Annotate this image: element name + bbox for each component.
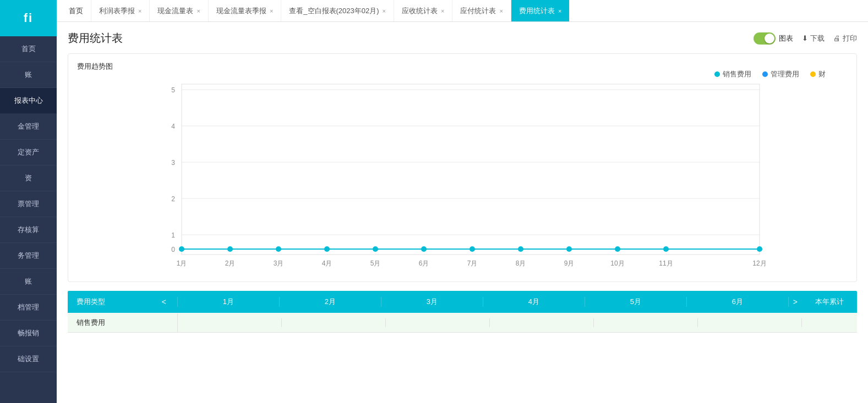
- svg-point-24: [757, 246, 762, 252]
- sidebar-item-reports[interactable]: 报表中心: [0, 88, 57, 114]
- sidebar-item-expense[interactable]: 畅报销: [0, 321, 57, 346]
- print-button[interactable]: 🖨 打印: [833, 34, 857, 43]
- prev-months-arrow[interactable]: <: [160, 297, 168, 306]
- sidebar-logo: fi: [0, 0, 57, 36]
- data-table-section: 费用类型 < 1月 2月 3月 4月 5月 6月 > 本年累计 销售费用: [68, 291, 857, 333]
- sidebar: fi 首页 账 报表中心 金管理 定资产 资 票管理 存核算 务管理 账 档管理…: [0, 0, 57, 403]
- svg-text:3: 3: [171, 159, 175, 167]
- svg-point-17: [373, 246, 378, 252]
- legend-dot-sales: [714, 71, 720, 77]
- svg-point-20: [518, 246, 523, 252]
- svg-text:5月: 5月: [370, 260, 381, 267]
- table-header: 费用类型 < 1月 2月 3月 4月 5月 6月 > 本年累计: [68, 291, 857, 313]
- close-icon[interactable]: ×: [138, 8, 141, 14]
- page-title: 费用统计表: [68, 31, 123, 46]
- sidebar-item-invoice[interactable]: 票管理: [0, 191, 57, 217]
- print-icon: 🖨: [833, 34, 840, 42]
- cell-total: [802, 318, 857, 327]
- chart-toggle[interactable]: [754, 32, 776, 45]
- svg-text:2: 2: [171, 195, 175, 203]
- col-month-2: 2月: [280, 297, 381, 307]
- page-header: 费用统计表 图表 ⬇ 下载 🖨 打印: [68, 31, 857, 46]
- legend-dot-admin: [762, 71, 768, 77]
- svg-text:9月: 9月: [564, 260, 575, 267]
- close-icon[interactable]: ×: [196, 8, 200, 14]
- sidebar-item-home[interactable]: 首页: [0, 36, 57, 62]
- svg-point-13: [179, 246, 184, 252]
- chart-toggle-wrap: 图表: [754, 32, 793, 45]
- col-month-6: 6月: [687, 297, 789, 307]
- cell-mar: [386, 318, 490, 327]
- svg-text:11月: 11月: [659, 260, 673, 267]
- svg-text:3月: 3月: [274, 260, 284, 267]
- sidebar-item-account[interactable]: 账: [0, 62, 57, 88]
- svg-point-16: [324, 246, 330, 252]
- svg-point-14: [227, 246, 233, 252]
- svg-point-19: [470, 246, 475, 252]
- sidebar-item-assets[interactable]: 定资产: [0, 140, 57, 165]
- table-row: 销售费用: [68, 313, 857, 333]
- sidebar-item-ledger[interactable]: 账: [0, 269, 57, 295]
- legend-admin: 管理费用: [762, 69, 799, 79]
- svg-text:7月: 7月: [467, 260, 478, 267]
- svg-point-23: [663, 246, 669, 252]
- download-icon: ⬇: [802, 34, 808, 42]
- cell-jun: [698, 318, 802, 327]
- tab-blank-report[interactable]: 查看_空白报表(2023年02月) ×: [281, 0, 394, 22]
- cell-type: 销售费用: [68, 313, 178, 332]
- page-actions: 图表 ⬇ 下载 🖨 打印: [754, 32, 857, 45]
- svg-text:1: 1: [171, 231, 175, 239]
- tab-home[interactable]: 首页: [61, 0, 91, 22]
- sidebar-item-service[interactable]: 务管理: [0, 243, 57, 269]
- cell-apr: [490, 318, 594, 327]
- close-icon[interactable]: ×: [270, 8, 273, 14]
- close-icon[interactable]: ×: [499, 8, 503, 14]
- svg-text:6月: 6月: [419, 260, 429, 267]
- tab-expense-stats[interactable]: 费用统计表 ×: [511, 0, 570, 22]
- close-icon[interactable]: ×: [383, 8, 386, 14]
- svg-text:8月: 8月: [516, 260, 526, 267]
- svg-point-22: [615, 246, 620, 252]
- trend-chart: 5 4 3 2 1 0: [77, 76, 848, 274]
- chart-legend: 销售费用 管理费用 财: [714, 69, 826, 79]
- tab-profit-quarterly[interactable]: 利润表季报 ×: [91, 0, 150, 22]
- legend-dot-finance: [810, 71, 816, 77]
- legend-sales: 销售费用: [714, 69, 751, 79]
- svg-rect-12: [182, 84, 760, 255]
- tab-payable[interactable]: 应付统计表 ×: [452, 0, 511, 22]
- svg-text:4月: 4月: [322, 260, 332, 267]
- page-content: 费用统计表 图表 ⬇ 下载 🖨 打印: [57, 22, 868, 403]
- cell-feb: [282, 318, 386, 327]
- svg-text:2月: 2月: [225, 260, 236, 267]
- legend-finance: 财: [810, 69, 826, 79]
- svg-point-21: [566, 246, 572, 252]
- main-area: 首页 利润表季报 × 现金流量表 × 现金流量表季报 × 查看_空白报表(202…: [57, 0, 868, 403]
- sidebar-item-settings[interactable]: 础设置: [0, 346, 57, 372]
- svg-text:4: 4: [171, 123, 175, 130]
- svg-point-15: [276, 246, 281, 252]
- tab-bar: 首页 利润表季报 × 现金流量表 × 现金流量表季报 × 查看_空白报表(202…: [57, 0, 868, 22]
- sidebar-item-cash[interactable]: 金管理: [0, 114, 57, 140]
- tab-cashflow-quarterly[interactable]: 现金流量表季报 ×: [209, 0, 281, 22]
- svg-text:10月: 10月: [610, 260, 624, 267]
- svg-point-18: [421, 246, 427, 252]
- download-button[interactable]: ⬇ 下载: [802, 34, 825, 43]
- tab-cashflow[interactable]: 现金流量表 ×: [150, 0, 208, 22]
- svg-text:5: 5: [171, 86, 175, 94]
- col-month-4: 4月: [483, 297, 585, 307]
- close-icon[interactable]: ×: [558, 8, 561, 14]
- cell-may: [594, 318, 698, 327]
- next-months-arrow[interactable]: >: [789, 297, 802, 306]
- cell-jan: [178, 318, 282, 327]
- svg-text:0: 0: [171, 246, 175, 253]
- col-month-5: 5月: [585, 297, 687, 307]
- close-icon[interactable]: ×: [441, 8, 444, 14]
- col-month-1: 1月: [178, 297, 280, 307]
- sidebar-item-archive[interactable]: 档管理: [0, 295, 57, 321]
- col-month-3: 3月: [381, 297, 483, 307]
- svg-text:1月: 1月: [177, 260, 187, 267]
- sidebar-item-capital[interactable]: 资: [0, 165, 57, 191]
- svg-text:12月: 12月: [752, 260, 766, 267]
- sidebar-item-inventory[interactable]: 存核算: [0, 217, 57, 243]
- tab-receivable[interactable]: 应收统计表 ×: [394, 0, 452, 22]
